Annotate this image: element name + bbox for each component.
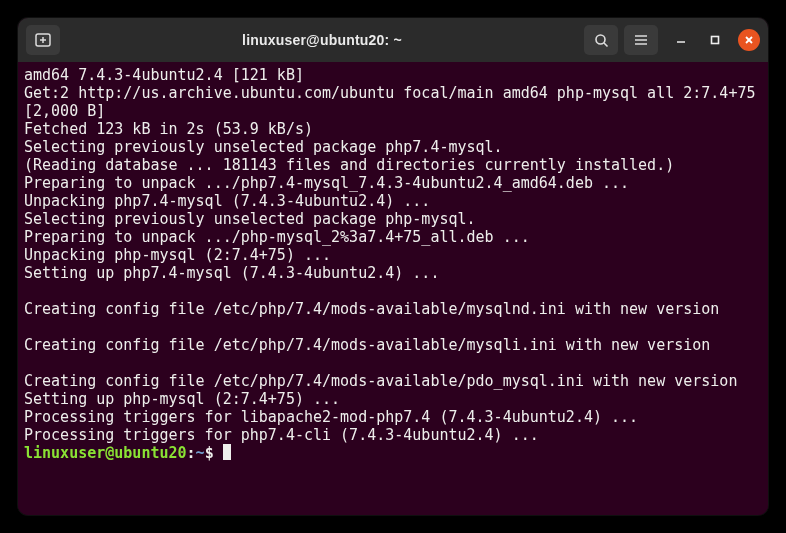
search-button[interactable]: [584, 25, 618, 55]
new-tab-icon: [35, 33, 51, 47]
titlebar: linuxuser@ubuntu20: ~: [18, 18, 768, 62]
svg-point-3: [596, 35, 605, 44]
prompt-path: ~: [196, 444, 205, 462]
maximize-button[interactable]: [704, 29, 726, 51]
search-icon: [594, 33, 609, 48]
svg-line-4: [604, 43, 608, 47]
hamburger-icon: [634, 34, 648, 46]
new-tab-button[interactable]: [26, 25, 60, 55]
svg-rect-9: [712, 37, 719, 44]
terminal-window: linuxuser@ubuntu20: ~: [18, 18, 768, 515]
close-button[interactable]: [738, 29, 760, 51]
prompt-user-host: linuxuser@ubuntu20: [24, 444, 187, 462]
prompt-colon: :: [187, 444, 196, 462]
window-controls: [670, 29, 760, 51]
prompt-symbol: $: [205, 444, 214, 462]
cursor: [223, 444, 231, 460]
terminal-output[interactable]: amd64 7.4.3-4ubuntu2.4 [121 kB] Get:2 ht…: [18, 62, 768, 515]
minimize-icon: [676, 35, 686, 45]
close-icon: [744, 35, 754, 45]
minimize-button[interactable]: [670, 29, 692, 51]
window-title: linuxuser@ubuntu20: ~: [66, 32, 578, 48]
maximize-icon: [710, 35, 720, 45]
menu-button[interactable]: [624, 25, 658, 55]
terminal-lines: amd64 7.4.3-4ubuntu2.4 [121 kB] Get:2 ht…: [24, 66, 765, 444]
